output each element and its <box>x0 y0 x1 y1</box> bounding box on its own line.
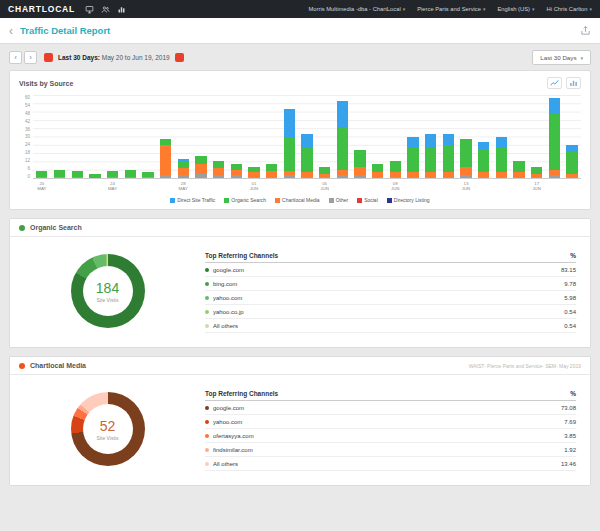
channel-pct: 9.78 <box>564 281 576 287</box>
x-tick-label <box>51 181 69 193</box>
table-row[interactable]: google.com73.08 <box>205 401 576 415</box>
channel-dot-icon <box>205 462 209 466</box>
calendar-icon[interactable] <box>44 53 53 62</box>
table-row[interactable]: google.com83.15 <box>205 263 576 277</box>
bar-19-jun[interactable] <box>563 95 581 178</box>
bar-30-may[interactable] <box>210 95 228 178</box>
legend-item-social[interactable]: Social <box>357 197 378 203</box>
users-icon[interactable] <box>101 5 110 14</box>
next-period-button[interactable]: › <box>24 51 37 64</box>
export-share-button[interactable] <box>580 25 591 36</box>
bar-31-may[interactable] <box>227 95 245 178</box>
line-chart-toggle-icon[interactable] <box>547 77 562 89</box>
table-row[interactable]: bing.com9.78 <box>205 277 576 291</box>
bar-segment <box>407 148 418 173</box>
bar-15-jun[interactable] <box>492 95 510 178</box>
bar-28-may[interactable] <box>174 95 192 178</box>
bar-chart-toggle-icon[interactable] <box>566 77 581 89</box>
bar-21-may[interactable] <box>51 95 69 178</box>
bar-03-jun[interactable] <box>280 95 298 178</box>
monitor-icon[interactable] <box>85 5 94 14</box>
range-selector-button[interactable]: Last 30 Days ▾ <box>532 50 591 65</box>
bar-segment <box>107 177 118 178</box>
bar-segment <box>89 174 100 178</box>
bar-01-jun[interactable] <box>245 95 263 178</box>
bar-12-jun[interactable] <box>439 95 457 178</box>
bar-04-jun[interactable] <box>298 95 316 178</box>
x-tick-label <box>192 181 210 193</box>
table-row[interactable]: findsimilar.com1.92 <box>205 443 576 457</box>
channel-label: yahoo.com <box>213 419 242 425</box>
bar-chart-icon[interactable] <box>117 5 126 14</box>
legend-swatch-icon <box>275 198 280 203</box>
y-tick-label: 48 <box>19 111 30 116</box>
table-row[interactable]: ofertasyya.com3.85 <box>205 429 576 443</box>
bar-segment <box>195 156 206 164</box>
bar-segment <box>284 109 295 137</box>
legend-item-chartlocal-media[interactable]: Chartlocal Media <box>275 197 320 203</box>
bar-segment <box>513 177 524 178</box>
back-button[interactable]: ‹ <box>9 25 13 37</box>
bar-segment <box>425 134 436 148</box>
table-row[interactable]: All others13.46 <box>205 457 576 471</box>
donut-label: Site Visits <box>97 297 119 303</box>
topbar-menu-0[interactable]: Morris Multimedia -dba - ChartLocal▾ <box>309 6 406 12</box>
channel-label: yahoo.co.jp <box>213 309 244 315</box>
bar-segment <box>301 148 312 173</box>
bar-11-jun[interactable] <box>422 95 440 178</box>
bar-25-may[interactable] <box>121 95 139 178</box>
donut-label: Site Visits <box>97 435 119 441</box>
bar-segment <box>372 164 383 172</box>
bar-08-jun[interactable] <box>369 95 387 178</box>
bar-18-jun[interactable] <box>545 95 563 178</box>
bar-segment <box>284 137 295 172</box>
y-tick-label: 42 <box>19 119 30 124</box>
channel-pct: 7.69 <box>564 419 576 425</box>
bar-23-may[interactable] <box>86 95 104 178</box>
x-tick-label: 05JUN <box>316 181 334 193</box>
bar-segment <box>460 167 471 175</box>
section-title: Chartlocal Media <box>30 362 86 369</box>
bar-20-may[interactable] <box>33 95 51 178</box>
table-row[interactable]: yahoo.co.jp0.54 <box>205 305 576 319</box>
bar-10-jun[interactable] <box>404 95 422 178</box>
channel-dot-icon <box>205 296 209 300</box>
y-tick-label: 12 <box>19 158 30 163</box>
legend-item-organic-search[interactable]: Organic Search <box>224 197 266 203</box>
bar-17-jun[interactable] <box>528 95 546 178</box>
bar-segment <box>213 161 224 168</box>
chart-title: Visits by Source <box>19 80 73 87</box>
chartlocal-media-donut-chart: 52 Site Visits <box>71 392 145 466</box>
bar-segment <box>443 177 454 178</box>
channel-pct: 1.92 <box>564 447 576 453</box>
bar-09-jun[interactable] <box>386 95 404 178</box>
legend-item-other[interactable]: Other <box>329 197 349 203</box>
prev-period-button[interactable]: ‹ <box>9 51 22 64</box>
calendar-icon-2[interactable] <box>175 53 184 62</box>
bar-05-jun[interactable] <box>316 95 334 178</box>
bar-27-may[interactable] <box>157 95 175 178</box>
table-row[interactable]: yahoo.com5.98 <box>205 291 576 305</box>
table-row[interactable]: yahoo.com7.69 <box>205 415 576 429</box>
bar-24-may[interactable] <box>104 95 122 178</box>
bar-07-jun[interactable] <box>351 95 369 178</box>
bar-14-jun[interactable] <box>475 95 493 178</box>
channel-label: All others <box>213 461 238 467</box>
bar-29-may[interactable] <box>192 95 210 178</box>
chartlocal-media-dot-icon <box>19 363 25 369</box>
legend-item-directory-listing[interactable]: Directory Listing <box>387 197 430 203</box>
channel-dot-icon <box>205 282 209 286</box>
legend-item-direct-site-traffic[interactable]: Direct Site Traffic <box>170 197 215 203</box>
bar-26-may[interactable] <box>139 95 157 178</box>
topbar-menu-2[interactable]: English (US)▾ <box>498 6 535 12</box>
table-col-channels: Top Referring Channels <box>205 390 278 397</box>
topbar-menu-1[interactable]: Pierce Parts and Service▾ <box>417 6 485 12</box>
bar-16-jun[interactable] <box>510 95 528 178</box>
y-tick-label: 0 <box>19 174 30 179</box>
bar-06-jun[interactable] <box>333 95 351 178</box>
topbar-menu-3[interactable]: Hi Chris Carlton▾ <box>547 6 592 12</box>
bar-22-may[interactable] <box>68 95 86 178</box>
bar-02-jun[interactable] <box>263 95 281 178</box>
table-row[interactable]: All others0.54 <box>205 319 576 333</box>
bar-13-jun[interactable] <box>457 95 475 178</box>
